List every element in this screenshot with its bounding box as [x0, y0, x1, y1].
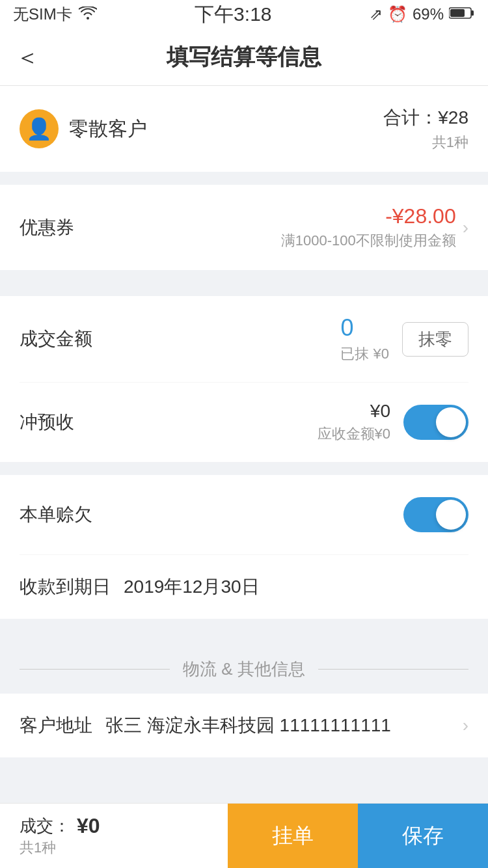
logistics-section: 物流 & 其他信息: [0, 645, 488, 694]
divider-3: [0, 632, 488, 645]
logistics-line-right: [318, 669, 468, 670]
transaction-value: 0: [340, 314, 389, 342]
avatar: 👤: [20, 109, 59, 148]
nav-bar: ＜ 填写结算等信息: [0, 29, 488, 86]
pre-collect-right: ¥0 应收金额¥0: [318, 401, 468, 444]
due-date-row: 收款到期日 2019年12月30日: [20, 555, 468, 619]
pre-collect-label: 冲预收: [20, 410, 74, 435]
status-bar: 无SIM卡 下午3:18 ⇗ ⏰ 69%: [0, 0, 488, 29]
transaction-right: 0 已抹 ¥0 抹零: [340, 314, 468, 364]
wifi-icon: [79, 5, 97, 23]
pre-collect-toggle[interactable]: [403, 405, 468, 440]
battery-icon: [449, 5, 475, 23]
coupon-right: -¥28.00 满1000-100不限制使用金额 ›: [281, 204, 468, 251]
debt-label: 本单赊欠: [20, 502, 92, 527]
status-left: 无SIM卡: [13, 4, 97, 25]
due-date-value: 2019年12月30日: [124, 575, 260, 599]
divider-1: [0, 283, 488, 296]
coupon-amount: -¥28.00: [281, 204, 456, 228]
address-chevron-icon: ›: [463, 715, 468, 736]
toggle-knob: [436, 407, 466, 437]
customer-total: 合计：¥28: [383, 105, 468, 130]
coupon-card[interactable]: 优惠券 -¥28.00 满1000-100不限制使用金额 ›: [0, 185, 488, 270]
pre-sub: 应收金额¥0: [318, 424, 390, 444]
person-icon: 👤: [26, 116, 52, 141]
debt-section: 本单赊欠 收款到期日 2019年12月30日: [0, 475, 488, 619]
coupon-desc: 满1000-100不限制使用金额: [281, 231, 456, 251]
bottom-label: 成交：: [20, 815, 70, 837]
chevron-right-icon: ›: [463, 217, 468, 238]
coupon-label: 优惠券: [20, 215, 74, 240]
due-date-label: 收款到期日: [20, 575, 111, 599]
customer-name: 零散客户: [69, 116, 147, 142]
back-button[interactable]: ＜: [16, 41, 39, 73]
customer-left: 👤 零散客户: [20, 109, 147, 148]
battery-text: 69%: [413, 5, 444, 23]
pre-amount-group: ¥0 应收金额¥0: [318, 401, 390, 444]
save-button[interactable]: 保存: [358, 804, 488, 869]
address-row[interactable]: 客户地址 张三 海淀永丰科技园 11111111111 ›: [20, 694, 468, 757]
customer-row: 👤 零散客户 合计：¥28 共1种: [0, 86, 488, 172]
address-section: 客户地址 张三 海淀永丰科技园 11111111111 ›: [0, 694, 488, 757]
svg-rect-2: [450, 9, 465, 17]
transaction-sub: 已抹 ¥0: [340, 344, 389, 364]
status-right: ⇗ ⏰ 69%: [370, 5, 475, 23]
divider-2: [0, 462, 488, 475]
customer-count: 共1种: [383, 133, 468, 152]
bottom-bar: 成交： ¥0 共1种 挂单 保存: [0, 803, 488, 868]
transaction-row: 成交金额 0 已抹 ¥0 抹零: [20, 296, 468, 383]
address-value: 张三 海淀永丰科技园 11111111111: [105, 713, 463, 738]
hang-button[interactable]: 挂单: [228, 804, 358, 869]
pre-collect-row: 冲预收 ¥0 应收金额¥0: [20, 383, 468, 462]
bottom-summary-top: 成交： ¥0: [20, 814, 208, 838]
customer-right: 合计：¥28 共1种: [383, 105, 468, 152]
debt-toggle[interactable]: [403, 497, 468, 532]
debt-toggle-knob: [436, 500, 466, 530]
transaction-label: 成交金额: [20, 327, 92, 351]
page-title: 填写结算等信息: [167, 42, 321, 72]
coupon-value-group: -¥28.00 满1000-100不限制使用金额: [281, 204, 456, 251]
svg-rect-1: [471, 10, 474, 16]
amount-section: 成交金额 0 已抹 ¥0 抹零 冲预收 ¥0 应收金额¥0: [0, 296, 488, 462]
pre-amount: ¥0: [318, 401, 390, 422]
logistics-text: 物流 & 其他信息: [183, 658, 305, 681]
coupon-row[interactable]: 优惠券 -¥28.00 满1000-100不限制使用金额 ›: [0, 185, 488, 270]
carrier-text: 无SIM卡: [13, 4, 72, 25]
customer-card: 👤 零散客户 合计：¥28 共1种: [0, 86, 488, 172]
address-label: 客户地址: [20, 713, 92, 738]
debt-row: 本单赊欠: [20, 475, 468, 555]
round-button[interactable]: 抹零: [402, 322, 468, 357]
alarm-icon: ⏰: [388, 5, 407, 23]
bottom-count: 共1种: [20, 838, 208, 858]
location-icon: ⇗: [370, 5, 383, 23]
transaction-value-group: 0 已抹 ¥0: [340, 314, 389, 364]
bottom-summary: 成交： ¥0 共1种: [0, 814, 228, 858]
status-time: 下午3:18: [195, 1, 271, 28]
logistics-line-left: [20, 669, 170, 670]
content: 👤 零散客户 合计：¥28 共1种 优惠券 -¥28.00 满1000-100不…: [0, 86, 488, 835]
bottom-amount: ¥0: [77, 814, 100, 838]
